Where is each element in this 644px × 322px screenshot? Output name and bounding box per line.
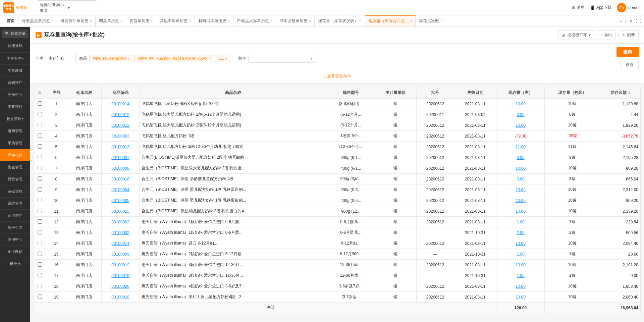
table-header-settings[interactable]: ⚙: [34, 87, 46, 99]
row-checkbox[interactable]: [38, 262, 42, 267]
row-checkbox-cell[interactable]: [34, 260, 46, 270]
row-checkbox[interactable]: [38, 294, 42, 299]
product-filter-more[interactable]: ···: [231, 56, 235, 61]
row-code[interactable]: 00100014: [102, 238, 140, 249]
tab-demand-close-icon[interactable]: ×: [151, 19, 153, 23]
sidebar-item-operations[interactable]: 经营管理: [0, 173, 30, 185]
sidebar-item-purchase[interactable]: 采购管理: [0, 137, 30, 149]
row-code[interactable]: 00100019: [102, 260, 140, 270]
workspace-selector[interactable]: 母婴行业演示账套 ▾: [37, 0, 97, 15]
sidebar-item-retail-mgmt[interactable]: 零售管理 ▾: [0, 52, 30, 64]
product-tag-2-close[interactable]: ×: [208, 57, 210, 61]
tab-batch-account-close-icon[interactable]: ×: [440, 19, 442, 23]
row-code[interactable]: 00100005: [102, 195, 140, 206]
row-qty-main[interactable]: 10.00: [496, 281, 545, 292]
tab-material-out[interactable]: 材料出库单历史 ×: [195, 15, 233, 27]
row-checkbox[interactable]: [38, 198, 42, 202]
sidebar-item-vip[interactable]: 畅会员: [0, 258, 30, 270]
sidebar-item-retail-shop[interactable]: 零售商城: [0, 64, 30, 76]
row-qty-main[interactable]: 1.00: [496, 270, 545, 281]
tab-fullscreen-button[interactable]: ⛶: [635, 18, 642, 24]
row-code[interactable]: 00100012: [102, 109, 140, 120]
row-qty-main[interactable]: 10.00: [496, 260, 545, 270]
amount-info-icon[interactable]: ℹ: [628, 90, 630, 95]
row-checkbox[interactable]: [38, 219, 42, 224]
row-qty-main[interactable]: 10.00: [496, 120, 545, 131]
row-checkbox-cell[interactable]: [34, 163, 46, 174]
row-checkbox[interactable]: [38, 176, 42, 181]
tab-next-button[interactable]: ›: [624, 18, 628, 24]
tab-inventory-status-close-icon[interactable]: ×: [360, 19, 362, 23]
row-checkbox[interactable]: [38, 230, 42, 234]
row-checkbox-cell[interactable]: [34, 131, 46, 142]
row-qty-main[interactable]: 10.00: [496, 238, 545, 249]
warehouse-clear-icon[interactable]: ×: [66, 57, 68, 60]
tab-demand-history[interactable]: 要货单历史 ×: [126, 15, 157, 27]
tab-combo-history[interactable]: 组装拆卸单历史 ×: [57, 15, 96, 27]
row-code[interactable]: 00100007: [102, 152, 140, 163]
tab-other-out[interactable]: 其他出库单历史 ×: [156, 15, 195, 27]
row-checkbox[interactable]: [38, 144, 42, 149]
setting-button[interactable]: 设置: [621, 60, 639, 70]
sidebar-item-finance[interactable]: 资金管理: [0, 161, 30, 173]
row-code[interactable]: 00100002: [102, 217, 140, 227]
row-checkbox-cell[interactable]: [34, 195, 46, 206]
row-checkbox-cell[interactable]: [34, 109, 46, 120]
quick-nav-button[interactable]: 快捷导航: [2, 42, 28, 50]
tab-mix-close-icon[interactable]: ×: [120, 19, 122, 23]
row-qty-main[interactable]: 10.00: [496, 206, 545, 217]
row-checkbox-cell[interactable]: [34, 227, 46, 238]
template-print-button[interactable]: 🖨 按模板打印 ▾: [558, 30, 594, 40]
color-filter-input[interactable]: ▾: [248, 55, 315, 63]
row-checkbox-cell[interactable]: [34, 152, 46, 163]
row-checkbox-cell[interactable]: [34, 120, 46, 131]
row-qty-main[interactable]: 10.00: [496, 292, 545, 303]
row-code[interactable]: 00100018: [102, 292, 140, 303]
row-checkbox[interactable]: [38, 252, 42, 256]
tab-product-in-close-icon[interactable]: ×: [270, 19, 272, 23]
row-qty-main[interactable]: 1.00: [496, 217, 545, 227]
product-tag-1[interactable]: 飞鹤奶粉3段丙摆摆装 ×: [89, 55, 132, 62]
row-qty-main[interactable]: 0.00: [496, 109, 545, 120]
row-qty-main[interactable]: 10.00: [496, 184, 545, 195]
product-tag-1-close[interactable]: ×: [128, 57, 130, 61]
tab-combo-close-icon[interactable]: ×: [90, 19, 92, 23]
tab-prev-button[interactable]: ‹: [619, 18, 623, 24]
row-checkbox-cell[interactable]: [34, 238, 46, 249]
tab-inventory-status[interactable]: 现存量（库存状况表） ×: [315, 15, 365, 27]
search-menu-button[interactable]: 🔍 搜索菜单: [2, 30, 28, 38]
sidebar-item-marketing[interactable]: 营销推广: [0, 76, 30, 89]
query-button[interactable]: 查询: [616, 47, 639, 57]
row-checkbox-cell[interactable]: [34, 217, 46, 227]
row-checkbox[interactable]: [38, 101, 42, 106]
tab-inventory-dist[interactable]: 现存量（库存分布表） ×: [365, 15, 416, 27]
sidebar-item-basic[interactable]: 基础信息: [0, 185, 30, 197]
row-qty-main[interactable]: 9.00: [496, 152, 545, 163]
row-checkbox-cell[interactable]: [34, 174, 46, 184]
sidebar-item-member[interactable]: 会员中心: [0, 89, 30, 101]
tab-material-out-close-icon[interactable]: ×: [228, 19, 230, 23]
row-checkbox[interactable]: [38, 133, 42, 138]
tab-split-close-icon[interactable]: ×: [51, 19, 53, 23]
tab-close-button[interactable]: ×: [629, 18, 634, 24]
refresh-button[interactable]: ↻ 刷新: [619, 30, 639, 40]
row-qty-main[interactable]: 10.00: [496, 163, 545, 174]
row-checkbox-cell[interactable]: [34, 249, 46, 260]
row-checkbox[interactable]: [38, 273, 42, 277]
export-button[interactable]: ↑ 导出: [597, 30, 616, 40]
sidebar-item-enterprise-wechat[interactable]: 企业微信: [0, 246, 30, 258]
row-checkbox-cell[interactable]: [34, 292, 46, 303]
row-code[interactable]: 00100016: [102, 174, 140, 184]
sidebar-item-apps[interactable]: 应用中心: [0, 233, 30, 246]
row-code[interactable]: 00100004: [102, 184, 140, 195]
row-qty-main[interactable]: 10.00: [496, 99, 545, 109]
row-checkbox[interactable]: [38, 241, 42, 245]
row-checkbox-cell[interactable]: [34, 270, 46, 281]
row-checkbox[interactable]: [38, 166, 42, 170]
user-section[interactable]: Ea demo2: [617, 3, 641, 12]
row-code[interactable]: 00100009: [102, 249, 140, 260]
tab-split-history[interactable]: 分量盘点单历史 ×: [18, 15, 57, 27]
product-tag-2[interactable]: 飞鹤星飞帆 儿童奶粉 4段(3-6岁适用) 700克 ×: [134, 55, 213, 62]
row-qty-main[interactable]: -39.00: [496, 131, 545, 142]
sidebar-item-system[interactable]: 系统管理: [0, 197, 30, 209]
